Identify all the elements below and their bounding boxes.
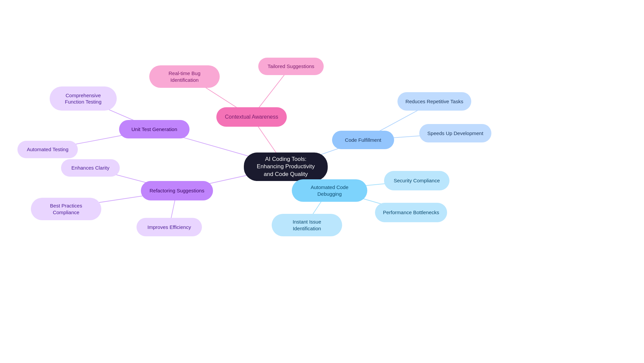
instant-issue-node: Instant Issue Identification bbox=[272, 214, 342, 236]
performance-bottlenecks-node: Performance Bottlenecks bbox=[375, 203, 447, 222]
security-compliance-node: Security Compliance bbox=[384, 171, 449, 190]
automated-testing-node: Automated Testing bbox=[17, 141, 78, 158]
tailored-suggestions-node: Tailored Suggestions bbox=[258, 58, 324, 75]
unit-test-gen-node: Unit Test Generation bbox=[119, 120, 190, 138]
realtime-bug-node: Real-time Bug Identification bbox=[149, 65, 220, 88]
best-practices-node: Best Practices Compliance bbox=[31, 198, 101, 220]
speeds-up-dev-node: Speeds Up Development bbox=[419, 124, 491, 142]
improves-efficiency-node: Improves Efficiency bbox=[137, 218, 202, 236]
enhances-clarity-node: Enhances Clarity bbox=[61, 159, 120, 177]
mindmap-container: AI Coding Tools: Enhancing Productivity … bbox=[0, 0, 644, 363]
automated-code-debug-node: Automated Code Debugging bbox=[292, 179, 367, 202]
contextual-awareness-node: Contextual Awareness bbox=[216, 107, 287, 127]
reduces-repetitive-node: Reduces Repetitive Tasks bbox=[397, 92, 471, 111]
code-fulfillment-node: Code Fulfillment bbox=[332, 131, 394, 149]
comprehensive-func-node: Comprehensive Function Testing bbox=[50, 86, 117, 111]
refactoring-suggestions-node: Refactoring Suggestions bbox=[141, 181, 213, 200]
center-node: AI Coding Tools: Enhancing Productivity … bbox=[244, 153, 328, 181]
